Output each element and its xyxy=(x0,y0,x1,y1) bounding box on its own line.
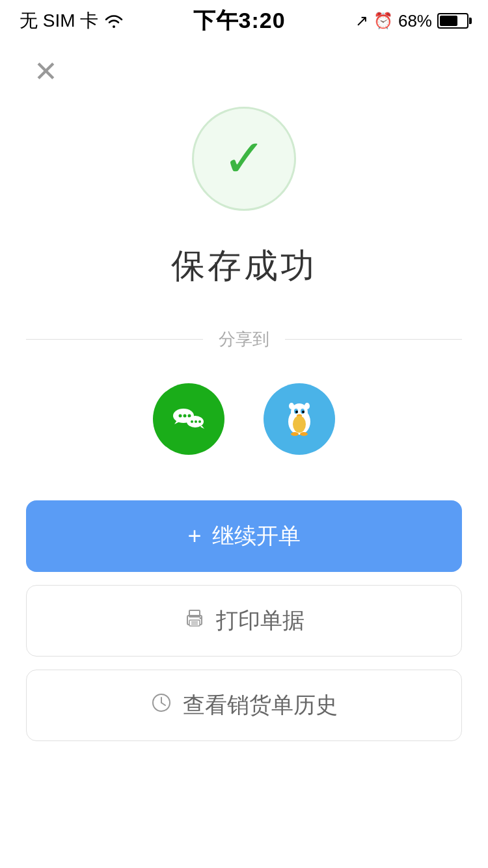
svg-point-16 xyxy=(302,411,305,413)
svg-point-6 xyxy=(191,420,193,423)
svg-point-15 xyxy=(295,411,298,413)
continue-order-label: 继续开单 xyxy=(212,521,301,551)
qq-icon xyxy=(278,398,321,441)
svg-marker-10 xyxy=(200,426,204,429)
success-circle: ✓ xyxy=(192,107,296,211)
svg-rect-25 xyxy=(189,620,200,626)
wifi-icon xyxy=(105,14,123,28)
share-qq-button[interactable] xyxy=(264,383,335,455)
plus-icon: + xyxy=(187,522,201,550)
share-wechat-button[interactable] xyxy=(153,383,224,455)
success-title: 保存成功 xyxy=(171,243,317,289)
battery-text: 68% xyxy=(398,11,432,31)
share-label: 分享到 xyxy=(203,328,285,351)
svg-point-7 xyxy=(195,420,197,423)
svg-point-21 xyxy=(289,403,294,409)
svg-point-20 xyxy=(300,432,308,436)
svg-point-8 xyxy=(198,420,201,423)
printer-icon xyxy=(183,607,206,634)
svg-line-31 xyxy=(161,703,165,705)
status-right: ↗ ⏰ 68% xyxy=(355,11,468,31)
wechat-icon xyxy=(168,398,210,441)
view-history-button[interactable]: 查看销货单历史 xyxy=(26,670,462,741)
alarm-icon: ⏰ xyxy=(373,12,393,30)
print-receipt-button[interactable]: 打印单据 xyxy=(26,585,462,657)
close-icon: ✕ xyxy=(34,57,58,86)
clock-icon xyxy=(150,692,172,720)
buttons-section: + 继续开单 打印单据 xyxy=(0,500,488,741)
close-button[interactable]: ✕ xyxy=(26,52,65,91)
status-bar: 无 SIM 卡 下午3:20 ↗ ⏰ 68% xyxy=(0,0,488,42)
location-icon: ↗ xyxy=(355,12,368,30)
svg-point-19 xyxy=(291,432,299,436)
svg-point-3 xyxy=(183,414,186,417)
status-carrier: 无 SIM 卡 xyxy=(20,8,123,33)
status-time: 下午3:20 xyxy=(193,6,286,36)
svg-point-2 xyxy=(178,414,182,417)
share-line-left xyxy=(26,339,203,340)
carrier-text: 无 SIM 卡 xyxy=(20,8,98,33)
svg-point-28 xyxy=(200,617,202,619)
battery-icon xyxy=(437,13,468,29)
print-receipt-label: 打印单据 xyxy=(216,606,305,636)
share-section: 分享到 xyxy=(0,328,488,351)
main-content: ✓ 保存成功 分享到 xyxy=(0,42,488,741)
continue-order-button[interactable]: + 继续开单 xyxy=(26,500,462,572)
checkmark-icon: ✓ xyxy=(223,133,266,185)
svg-point-22 xyxy=(305,403,310,409)
view-history-label: 查看销货单历史 xyxy=(183,690,338,720)
share-icons-container xyxy=(153,383,335,455)
share-line-right xyxy=(285,339,462,340)
svg-point-18 xyxy=(293,416,306,433)
